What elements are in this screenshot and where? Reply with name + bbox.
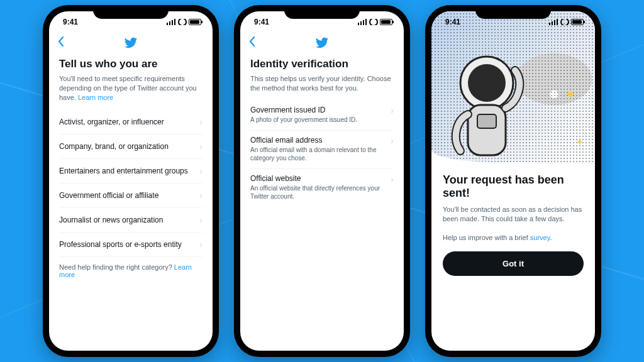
page-subtitle: You'll need to meet specific requirement… xyxy=(59,74,203,102)
content-area: Tell us who you are You'll need to meet … xyxy=(49,53,213,351)
chevron-right-icon: › xyxy=(391,106,394,116)
svg-rect-2 xyxy=(468,105,506,155)
helper-text: Need help finding the right category? Le… xyxy=(59,263,203,278)
method-title: Official website xyxy=(250,174,394,183)
screen-request-sent: 9:41 ✦ ✦ Your request has been sent xyxy=(431,11,595,351)
signal-icon xyxy=(549,19,558,25)
twitter-bird-icon xyxy=(315,36,329,50)
status-indicators xyxy=(167,19,201,25)
chevron-right-icon: › xyxy=(199,215,203,225)
category-row-company[interactable]: Company, brand, or organization › xyxy=(59,134,203,159)
notch xyxy=(284,5,360,19)
nav-bar xyxy=(49,33,213,53)
chevron-right-icon: › xyxy=(199,141,203,151)
content-area: Your request has been sent! You'll be co… xyxy=(431,162,595,276)
survey-text-a: Help us improve with a brief xyxy=(443,234,530,241)
svg-rect-3 xyxy=(477,114,496,128)
battery-icon xyxy=(380,19,392,25)
content-area: Identity verification This step helps us… xyxy=(240,53,404,351)
notch xyxy=(475,5,551,19)
status-time: 9:41 xyxy=(254,18,269,26)
phone-mockup-1: 9:41 Tell us who you are You'll need to … xyxy=(43,5,219,357)
status-time: 9:41 xyxy=(445,18,460,26)
category-row-entertainers[interactable]: Entertainers and entertainment groups › xyxy=(59,159,203,184)
method-title: Official email address xyxy=(250,136,394,145)
page-title: Identity verification xyxy=(250,58,394,70)
method-official-email[interactable]: Official email address An official email… xyxy=(250,131,394,169)
star-icon: ✦ xyxy=(576,137,584,147)
signal-icon xyxy=(167,19,176,25)
battery-icon xyxy=(571,19,584,25)
battery-icon xyxy=(189,19,201,25)
chevron-right-icon: › xyxy=(391,136,394,146)
helper-text-a: Need help finding the right category? xyxy=(59,263,174,271)
chevron-right-icon: › xyxy=(199,166,203,176)
wifi-icon xyxy=(369,19,378,25)
chevron-right-icon: › xyxy=(199,190,203,200)
screen-who-you-are: 9:41 Tell us who you are You'll need to … xyxy=(49,11,213,351)
page-title: Tell us who you are xyxy=(59,58,203,70)
chevron-right-icon: › xyxy=(391,174,394,184)
signal-icon xyxy=(358,19,367,25)
hero-illustration: ✦ ✦ xyxy=(431,11,595,162)
star-icon: ✦ xyxy=(565,87,576,103)
nav-bar xyxy=(240,33,404,53)
method-desc: An official email with a domain relevant… xyxy=(250,146,394,162)
back-button[interactable] xyxy=(58,36,64,47)
survey-text-b: . xyxy=(550,234,552,241)
page-title: Your request has been sent! xyxy=(443,173,584,200)
svg-point-1 xyxy=(468,64,506,102)
astronaut-illustration xyxy=(443,45,537,165)
method-desc: A photo of your government issued ID. xyxy=(250,116,394,124)
category-row-journalist[interactable]: Journalist or news organization › xyxy=(59,208,203,233)
category-label: Professional sports or e-sports entity xyxy=(59,240,182,249)
method-government-id[interactable]: Government issued ID A photo of your gov… xyxy=(250,101,394,131)
survey-link[interactable]: survey xyxy=(530,234,550,241)
survey-text: Help us improve with a brief survey. xyxy=(443,233,584,243)
body-text: You'll be contacted as soon as a decisio… xyxy=(443,205,584,224)
category-label: Journalist or news organization xyxy=(59,216,163,224)
back-button[interactable] xyxy=(249,36,255,47)
category-label: Entertainers and entertainment groups xyxy=(59,167,188,175)
learn-more-link[interactable]: Learn more xyxy=(78,94,113,101)
wifi-icon xyxy=(178,19,187,25)
category-label: Activist, organizer, or influencer xyxy=(59,118,164,126)
method-official-website[interactable]: Official website An official website tha… xyxy=(250,169,394,207)
twitter-bird-icon xyxy=(124,36,138,50)
status-time: 9:41 xyxy=(63,18,78,26)
category-label: Government official or affiliate xyxy=(59,191,158,200)
status-indicators xyxy=(549,19,584,25)
category-row-activist[interactable]: Activist, organizer, or influencer › xyxy=(59,110,203,134)
method-desc: An official website that directly refere… xyxy=(250,184,394,200)
chevron-right-icon: › xyxy=(199,117,203,127)
method-title: Government issued ID xyxy=(250,106,394,114)
category-label: Company, brand, or organization xyxy=(59,142,169,151)
category-row-government[interactable]: Government official or affiliate › xyxy=(59,184,203,208)
screen-identity-verification: 9:41 Identity verification This step hel… xyxy=(240,11,404,351)
status-indicators xyxy=(358,19,392,25)
phone-mockup-2: 9:41 Identity verification This step hel… xyxy=(234,5,410,357)
chevron-right-icon: › xyxy=(199,239,203,250)
notch xyxy=(93,5,169,19)
page-subtitle: This step helps us verify your identity.… xyxy=(250,74,394,93)
got-it-button[interactable]: Got it xyxy=(443,251,584,276)
wifi-icon xyxy=(560,19,569,25)
phone-mockup-3: 9:41 ✦ ✦ Your request has been sent xyxy=(425,5,601,357)
category-row-sports[interactable]: Professional sports or e-sports entity › xyxy=(59,233,203,257)
